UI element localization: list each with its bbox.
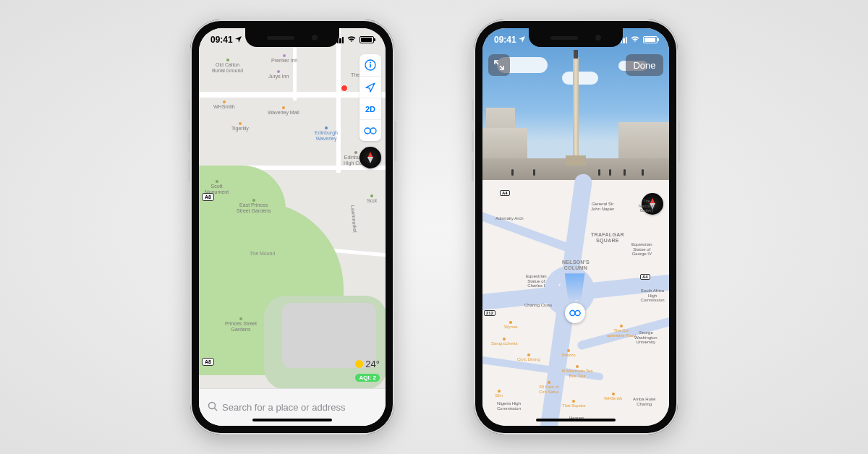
map-canvas-lookaround[interactable]: A4 A4 212 TRAFALGARSQUARE NELSON'SCOLUMN… bbox=[482, 180, 669, 426]
aqi-badge: AQI: 2 bbox=[355, 374, 380, 382]
road-shield-a4: A4 bbox=[500, 190, 510, 196]
screen-left: 09:41 Old CaltonBurial Ground Premier In… bbox=[199, 28, 386, 426]
wifi-icon bbox=[346, 35, 357, 45]
svg-point-3 bbox=[365, 128, 370, 134]
search-placeholder: Search for a place or address bbox=[222, 402, 346, 413]
poi-sir-john[interactable]: General SirJohn Napier bbox=[591, 202, 614, 211]
poi-waverley-station[interactable]: EdinburghWaverley bbox=[315, 127, 338, 141]
phone-right: 09:41 Done bbox=[474, 20, 678, 434]
poi-east-princes-gardens[interactable]: East PrincesStreet Gardens bbox=[237, 199, 271, 213]
location-services-icon bbox=[519, 35, 526, 45]
poi-charing-cross[interactable]: Charing Cross bbox=[524, 303, 552, 308]
search-icon bbox=[208, 401, 218, 414]
info-button[interactable] bbox=[359, 54, 381, 76]
temperature-value: 24° bbox=[365, 359, 380, 369]
sun-icon bbox=[355, 360, 363, 368]
poi-george-iv[interactable]: EquestrianStatue ofGeorge IV bbox=[631, 242, 652, 257]
battery-icon bbox=[643, 36, 658, 43]
svg-rect-2 bbox=[370, 64, 371, 68]
lookaround-cursor[interactable] bbox=[565, 303, 585, 323]
road-shield-a4-2: A4 bbox=[640, 274, 650, 280]
poi-wynne[interactable]: Wynne bbox=[504, 321, 518, 330]
battery-icon bbox=[359, 36, 374, 43]
poi-afternoon-tea[interactable]: B Afternoon TeaBus Tour bbox=[562, 365, 593, 378]
map-controls: 2D bbox=[359, 54, 381, 168]
svg-point-4 bbox=[370, 128, 376, 134]
compass-icon[interactable] bbox=[359, 147, 381, 168]
poi-jurys-inn[interactable]: Jurys Inn bbox=[268, 70, 289, 80]
home-indicator[interactable] bbox=[252, 419, 332, 421]
poi-waverley-mall[interactable]: Waverley Mall bbox=[268, 106, 299, 116]
svg-point-1 bbox=[370, 62, 371, 64]
poi-thai-square[interactable]: Thai Square bbox=[562, 400, 586, 408]
screen-right: 09:41 Done bbox=[482, 28, 669, 426]
poi-lawnmarket: Lawnmarket bbox=[350, 205, 358, 234]
poi-princes-gardens[interactable]: Princes StreetGardens bbox=[225, 317, 257, 332]
svg-point-8 bbox=[575, 310, 580, 315]
poi-national-gallery[interactable]: TheNationalGallery bbox=[639, 199, 655, 213]
label-nelsons-column: NELSON'SCOLUMN bbox=[562, 260, 590, 270]
poi-premier-inn[interactable]: Premier Inn bbox=[271, 54, 297, 64]
svg-point-7 bbox=[569, 310, 574, 315]
poi-admiralty-arch[interactable]: Admiralty Arch bbox=[495, 216, 524, 221]
notch bbox=[245, 28, 339, 47]
poi-old-calton[interactable]: Old CaltonBurial Ground bbox=[212, 59, 243, 73]
notch bbox=[529, 28, 623, 47]
poi-whsmith-2[interactable]: WHSmith bbox=[604, 393, 622, 401]
poi-gwu[interactable]: GeorgeWashingtonUniversity bbox=[634, 330, 657, 345]
no-entry-icon bbox=[341, 85, 348, 92]
expand-button[interactable] bbox=[488, 54, 510, 76]
status-time: 09:41 bbox=[494, 35, 516, 45]
poi-elm[interactable]: Elm bbox=[495, 390, 503, 398]
nelsons-column bbox=[573, 57, 579, 158]
poi-nigeria-hc[interactable]: Nigeria HighCommission bbox=[497, 401, 521, 411]
lookaround-button[interactable] bbox=[359, 119, 381, 141]
poi-sanguccheria[interactable]: Sanguccheria bbox=[491, 338, 518, 346]
poi-coop[interactable]: The Co-operative Food bbox=[607, 325, 636, 338]
poi-charles-i[interactable]: EquestrianStatue ofCharles I bbox=[526, 274, 547, 288]
poi-civic-dining[interactable]: Civic Dining bbox=[517, 354, 540, 362]
poi-the-mound[interactable]: The Mound bbox=[250, 251, 275, 257]
poi-scot[interactable]: Scot bbox=[367, 194, 377, 204]
weather-widget[interactable]: 24° AQI: 2 bbox=[355, 359, 380, 382]
wifi-icon bbox=[630, 35, 640, 45]
done-button[interactable]: Done bbox=[626, 54, 663, 76]
phone-left: 09:41 Old CaltonBurial Ground Premier In… bbox=[190, 20, 394, 434]
poi-amba[interactable]: Amba HotelCharing bbox=[633, 397, 655, 406]
home-indicator[interactable] bbox=[536, 419, 616, 421]
road-shield-212: 212 bbox=[484, 310, 495, 316]
view-mode-button[interactable]: 2D bbox=[359, 98, 381, 119]
road-shield-a8-bottom: A8 bbox=[202, 358, 214, 366]
status-time: 09:41 bbox=[210, 35, 233, 45]
road-shield-a8-top: A8 bbox=[202, 193, 214, 201]
poi-tigerlily[interactable]: Tigerlily bbox=[231, 122, 249, 132]
lookaround-viewport[interactable] bbox=[482, 28, 669, 180]
poi-whsmith[interactable]: WHSmith bbox=[213, 100, 235, 110]
poi-prezzo[interactable]: Prezzo bbox=[562, 349, 576, 358]
svg-point-5 bbox=[209, 402, 216, 408]
location-services-icon bbox=[235, 35, 242, 45]
poi-sa-hc[interactable]: South AfricaHigh Commission bbox=[636, 288, 669, 303]
poi-kolo[interactable]: 50 Kalò diCiro Salvo bbox=[539, 381, 559, 394]
label-trafalgar: TRAFALGARSQUARE bbox=[591, 232, 624, 243]
svg-line-6 bbox=[215, 408, 218, 411]
locate-button[interactable] bbox=[359, 76, 381, 98]
